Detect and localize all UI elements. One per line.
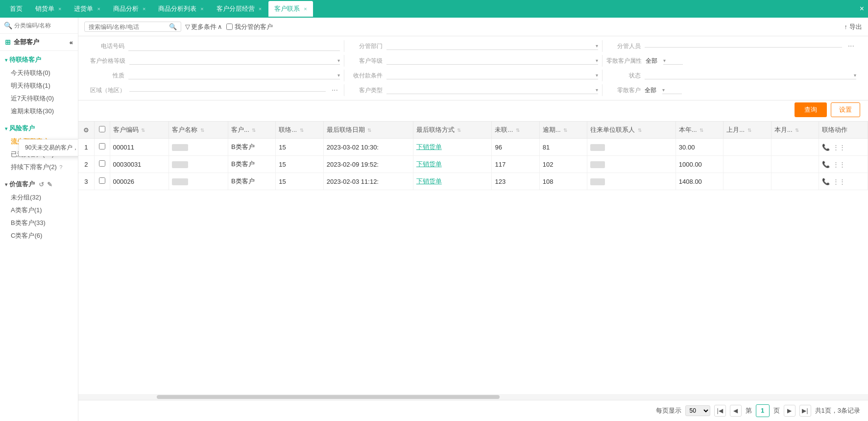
value-refresh-icon[interactable]: ↺: [39, 181, 44, 188]
filter-customer-price: 客户价格等级 ▾: [86, 57, 344, 65]
search-input[interactable]: [89, 24, 167, 30]
first-page-button[interactable]: |◀: [714, 405, 726, 417]
query-button[interactable]: 查询: [795, 102, 827, 117]
th-settings[interactable]: ⚙: [78, 122, 94, 139]
last-contact-link-2[interactable]: 下销货单: [416, 177, 442, 185]
region-select[interactable]: [129, 89, 326, 92]
sidebar-item-7days[interactable]: 近7天待联络(0): [0, 92, 78, 105]
dept-select[interactable]: ▾: [386, 42, 598, 50]
cell-last-type-0[interactable]: 下销货单: [413, 139, 492, 156]
action-more-icon-0[interactable]: ⋮⋮: [833, 144, 845, 151]
manager-select[interactable]: [645, 45, 842, 48]
action-more-icon-1[interactable]: ⋮⋮: [833, 161, 845, 168]
customer-level-select[interactable]: ▾: [386, 57, 598, 65]
filter-status: 状态 ▾: [603, 72, 860, 80]
tab-customer-tier[interactable]: 客户分层经营 ×: [211, 1, 267, 17]
cell-last-type-1[interactable]: 下销货单: [413, 156, 492, 173]
sort-icon-last-date: ⇅: [367, 127, 371, 133]
gender-label: 性质: [90, 72, 124, 80]
my-customers-checkbox-wrap[interactable]: 我分管的客户: [226, 23, 273, 31]
tab-customer-contact[interactable]: 客户联系 ×: [268, 1, 313, 17]
export-button[interactable]: ↑ 导出: [844, 23, 863, 31]
per-page-select[interactable]: 50 100 200: [685, 405, 710, 416]
tab-sales-close[interactable]: ×: [58, 6, 61, 12]
action-phone-icon-0[interactable]: 📞: [822, 144, 830, 151]
sidebar-section-pending-header[interactable]: ▾ 待联络客户: [0, 53, 78, 67]
cell-this-year-1: 1000.00: [675, 156, 723, 173]
prev-page-button[interactable]: ◀: [730, 405, 742, 417]
customer-price-select[interactable]: ▾: [129, 57, 340, 65]
action-more-icon-2[interactable]: ⋮⋮: [833, 178, 845, 185]
adv-filter-row-2: 客户价格等级 ▾ 客户等级 ▾ 零散客户属性: [86, 55, 860, 67]
ar-attr-select[interactable]: ▾: [663, 57, 683, 65]
row-checkbox-2[interactable]: [99, 177, 105, 184]
last-contact-link-1[interactable]: 下销货单: [416, 160, 442, 168]
tab-home[interactable]: 首页: [4, 1, 28, 17]
table-header-row: ⚙ 客户编码 ⇅ 客户名称 ⇅ 客户... ⇅ 联络... ⇅ 最后联络日期 ⇅…: [78, 122, 868, 139]
sidebar-section-risk-header[interactable]: ▾ 风险客户: [0, 122, 78, 135]
cell-last-type-2[interactable]: 下销货单: [413, 173, 492, 190]
my-customers-checkbox[interactable]: [226, 24, 233, 30]
all-customers-label: 全部客户: [14, 38, 39, 47]
tab-goods-analysis-list[interactable]: 商品分析列表 ×: [152, 1, 209, 17]
retail-select[interactable]: ▾: [662, 86, 682, 94]
customer-type-select[interactable]: ▾: [386, 86, 598, 94]
cell-checkbox-2[interactable]: [94, 173, 110, 190]
cell-last-date-0: 2023-03-02 10:30:: [323, 139, 413, 156]
page-label: 页: [773, 406, 780, 415]
row-checkbox-1[interactable]: [99, 160, 105, 167]
sidebar-item-overdue[interactable]: 逾期未联络(30): [0, 105, 78, 118]
sidebar-item-tomorrow[interactable]: 明天待联络(1): [0, 79, 78, 92]
sidebar-all-customers[interactable]: ⊞ 全部客户 «: [0, 34, 78, 51]
horizontal-scrollbar[interactable]: [78, 394, 868, 400]
tab-goods-analysis[interactable]: 商品分析 ×: [107, 1, 151, 17]
sidebar-collapse-icon[interactable]: «: [70, 39, 73, 46]
dept-label: 分管部门: [348, 42, 383, 50]
tab-customer-contact-close[interactable]: ×: [304, 6, 307, 12]
sidebar-item-class-b[interactable]: B类客户(33): [0, 217, 78, 229]
sidebar-item-today[interactable]: 今天待联络(0): [0, 67, 78, 79]
tab-sales[interactable]: 销货单 ×: [29, 1, 67, 17]
blurred-name-0: [172, 144, 188, 151]
cell-checkbox-1[interactable]: [94, 156, 110, 173]
cell-checkbox-0[interactable]: [94, 139, 110, 156]
more-conditions-button[interactable]: ▽ 更多条件 ∧: [185, 23, 222, 31]
phone-input[interactable]: [128, 42, 340, 51]
sidebar-item-declining[interactable]: 持续下滑客户(2) ?: [0, 161, 78, 173]
scroll-thumb[interactable]: [157, 395, 500, 399]
sidebar-item-class-a[interactable]: A类客户(1): [0, 204, 78, 217]
close-all-button[interactable]: ×: [860, 4, 864, 13]
tab-goods-analysis-list-close[interactable]: ×: [200, 6, 203, 12]
action-phone-icon-2[interactable]: 📞: [822, 178, 830, 185]
payment-select[interactable]: ▾: [386, 72, 598, 79]
gender-select[interactable]: ▾: [128, 72, 340, 79]
sidebar-item-class-c[interactable]: C类客户(6): [0, 229, 78, 242]
select-all-checkbox[interactable]: [99, 126, 105, 132]
th-name: 客户名称 ⇅: [169, 122, 228, 139]
tab-customer-tier-close[interactable]: ×: [259, 6, 262, 12]
retail-value: 全部: [645, 86, 656, 95]
row-checkbox-0[interactable]: [99, 143, 105, 149]
sidebar-search-input[interactable]: [14, 22, 78, 29]
manager-more-icon[interactable]: ···: [846, 42, 856, 50]
region-more-icon[interactable]: ···: [330, 86, 340, 94]
sidebar-item-ungrouped[interactable]: 未分组(32): [0, 191, 78, 204]
action-phone-icon-1[interactable]: 📞: [822, 161, 830, 168]
tab-customer-tier-label: 客户分层经营: [217, 4, 255, 13]
sidebar-section-value-header[interactable]: ▾ 价值客户 ↺ ✎: [0, 177, 78, 191]
setting-button[interactable]: 设置: [831, 102, 860, 117]
tab-goods-analysis-close[interactable]: ×: [143, 6, 145, 12]
blurred-name-1: [172, 161, 188, 168]
last-contact-link-0[interactable]: 下销货单: [416, 143, 442, 150]
last-page-button[interactable]: ▶|: [799, 405, 811, 417]
value-edit-icon[interactable]: ✎: [47, 181, 52, 188]
grid-icon: ⊞: [5, 38, 11, 46]
tab-purchase[interactable]: 进货单 ×: [68, 1, 106, 17]
ar-attr-value: 全部: [646, 57, 657, 65]
search-button[interactable]: 🔍: [169, 23, 177, 30]
customer-price-arrow-icon: ▾: [338, 58, 340, 63]
next-page-button[interactable]: ▶: [784, 405, 796, 417]
cell-uncontacted-1: 117: [492, 156, 539, 173]
status-select[interactable]: ▾: [645, 72, 856, 79]
tab-purchase-close[interactable]: ×: [97, 6, 100, 12]
